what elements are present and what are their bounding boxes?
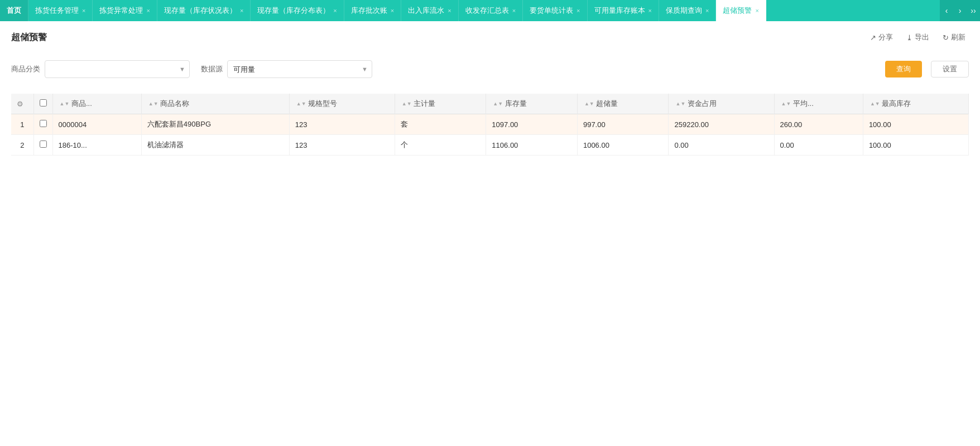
th-avg: ▲▼ 平均...: [774, 94, 863, 114]
nav-tab-0[interactable]: 拣货任务管理 ×: [28, 0, 93, 21]
sort-icon-product-name: ▲▼: [148, 101, 158, 106]
select-all-checkbox[interactable]: [40, 99, 47, 106]
nav-prev-button[interactable]: ‹: [940, 0, 953, 21]
share-icon: ↗: [870, 33, 876, 42]
page-header: 超储预警 ↗ 分享 ⤓ 导出 ↻ 刷新: [11, 30, 969, 45]
datasource-label: 数据源: [201, 64, 223, 74]
row-2-checkbox[interactable]: [40, 140, 47, 148]
header-actions: ↗ 分享 ⤓ 导出 ↻ 刷新: [867, 30, 969, 45]
close-tab-10[interactable]: ×: [755, 7, 758, 14]
row-1-product-name: 六配套新昌490BPG: [141, 114, 289, 135]
row-2-stock: 1106.00: [486, 135, 578, 156]
th-stock: ▲▼ 库存量: [486, 94, 578, 114]
top-nav: 首页 拣货任务管理 × 拣货异常处理 × 现存量（库存状况表） × 现存量（库存…: [0, 0, 980, 21]
row-checkbox-2: [33, 135, 52, 156]
action-buttons: 查询 设置: [885, 61, 969, 77]
nav-tab-1[interactable]: 拣货异常处理 ×: [93, 0, 157, 21]
nav-tab-7[interactable]: 要货单统计表 ×: [523, 0, 587, 21]
page-title: 超储预警: [11, 32, 47, 43]
row-1-spec: 123: [289, 114, 395, 135]
nav-home[interactable]: 首页: [0, 0, 28, 21]
category-label: 商品分类: [11, 64, 40, 74]
row-1-max-stock: 100.00: [863, 114, 968, 135]
sort-icon-capital: ▲▼: [675, 101, 685, 106]
row-1-avg: 260.00: [774, 114, 863, 135]
row-2-unit: 个: [395, 135, 486, 156]
row-2-overstock: 1006.00: [577, 135, 669, 156]
row-2-capital: 0.00: [669, 135, 774, 156]
row-1-stock: 1097.00: [486, 114, 578, 135]
datasource-filter: 数据源 可用量 ▼: [201, 60, 372, 78]
th-capital: ▲▼ 资金占用: [669, 94, 774, 114]
nav-tab-8[interactable]: 可用量库存账本 ×: [588, 0, 659, 21]
row-2-avg: 0.00: [774, 135, 863, 156]
category-filter: 商品分类 ▼: [11, 60, 190, 78]
nav-next-button[interactable]: ›: [953, 0, 967, 21]
nav-tab-5[interactable]: 出入库流水 ×: [401, 0, 458, 21]
table-row: 2 186-10... 机油滤清器 123 个 1106.00: [11, 135, 969, 156]
table-header-row: ⚙ ▲▼ 商品... ▲▼ 商品名称 ▲▼ 规格型号 ▲▼: [11, 94, 969, 114]
query-button[interactable]: 查询: [885, 61, 922, 77]
row-1-capital: 259220.00: [669, 114, 774, 135]
nav-tab-9[interactable]: 保质期查询 ×: [659, 0, 716, 21]
th-gear: ⚙: [11, 94, 33, 114]
th-spec: ▲▼ 规格型号: [289, 94, 395, 114]
row-checkbox-1: [33, 114, 52, 135]
th-product-code: ▲▼ 商品...: [52, 94, 141, 114]
nav-tab-2[interactable]: 现存量（库存状况表） ×: [157, 0, 251, 21]
share-button[interactable]: ↗ 分享: [867, 30, 896, 45]
nav-tab-3[interactable]: 现存量（库存分布表） ×: [251, 0, 344, 21]
close-tab-1[interactable]: ×: [146, 7, 150, 14]
refresh-button[interactable]: ↻ 刷新: [939, 30, 969, 45]
th-product-name: ▲▼ 商品名称: [141, 94, 289, 114]
row-2-product-name: 机油滤清器: [141, 135, 289, 156]
close-tab-9[interactable]: ×: [705, 7, 709, 14]
row-2-spec: 123: [289, 135, 395, 156]
table-row: 1 0000004 六配套新昌490BPG 123 套 1097.00: [11, 114, 969, 135]
sort-icon-stock: ▲▼: [493, 101, 503, 106]
sort-icon-overstock: ▲▼: [584, 101, 594, 106]
sort-icon-spec: ▲▼: [296, 101, 306, 106]
export-icon: ⤓: [906, 33, 912, 42]
close-tab-7[interactable]: ×: [577, 7, 580, 14]
category-select[interactable]: [45, 60, 190, 78]
row-num-1: 1: [11, 114, 33, 135]
nav-tab-6[interactable]: 收发存汇总表 ×: [459, 0, 523, 21]
export-button[interactable]: ⤓ 导出: [903, 30, 933, 45]
close-tab-4[interactable]: ×: [391, 7, 394, 14]
close-tab-8[interactable]: ×: [648, 7, 652, 14]
row-1-unit: 套: [395, 114, 486, 135]
close-tab-0[interactable]: ×: [82, 7, 85, 14]
th-checkbox: [33, 94, 52, 114]
sort-icon-product-code: ▲▼: [60, 101, 70, 106]
row-1-overstock: 997.00: [577, 114, 669, 135]
close-tab-5[interactable]: ×: [448, 7, 451, 14]
sort-icon-max-stock: ▲▼: [870, 101, 880, 106]
refresh-icon: ↻: [943, 33, 949, 42]
row-1-checkbox[interactable]: [40, 120, 47, 127]
th-overstock: ▲▼ 超储量: [577, 94, 669, 114]
page-content: 超储预警 ↗ 分享 ⤓ 导出 ↻ 刷新 商品分类 ▼: [0, 21, 980, 446]
nav-expand-button[interactable]: ››: [967, 0, 980, 21]
sort-icon-avg: ▲▼: [781, 101, 791, 106]
row-2-max-stock: 100.00: [863, 135, 968, 156]
th-unit: ▲▼ 主计量: [395, 94, 486, 114]
nav-tab-4[interactable]: 库存批次账 ×: [344, 0, 401, 21]
row-1-product-code: 0000004: [52, 114, 141, 135]
datasource-select[interactable]: 可用量: [227, 60, 372, 78]
nav-arrows: ‹ › ››: [940, 0, 980, 21]
close-tab-3[interactable]: ×: [333, 7, 337, 14]
sort-icon-unit: ▲▼: [402, 101, 412, 106]
nav-tab-10[interactable]: 超储预警 ×: [716, 0, 766, 21]
category-select-wrap: ▼: [45, 60, 190, 78]
settings-button[interactable]: 设置: [931, 61, 969, 77]
close-tab-6[interactable]: ×: [512, 7, 516, 14]
row-2-product-code: 186-10...: [52, 135, 141, 156]
gear-icon[interactable]: ⚙: [17, 100, 23, 108]
row-num-2: 2: [11, 135, 33, 156]
data-table: ⚙ ▲▼ 商品... ▲▼ 商品名称 ▲▼ 规格型号 ▲▼: [11, 94, 969, 156]
close-tab-2[interactable]: ×: [240, 7, 243, 14]
datasource-select-wrap: 可用量 ▼: [227, 60, 372, 78]
filter-area: 商品分类 ▼ 数据源 可用量 ▼ 查询 设置: [11, 54, 969, 85]
th-max-stock: ▲▼ 最高库存: [863, 94, 968, 114]
